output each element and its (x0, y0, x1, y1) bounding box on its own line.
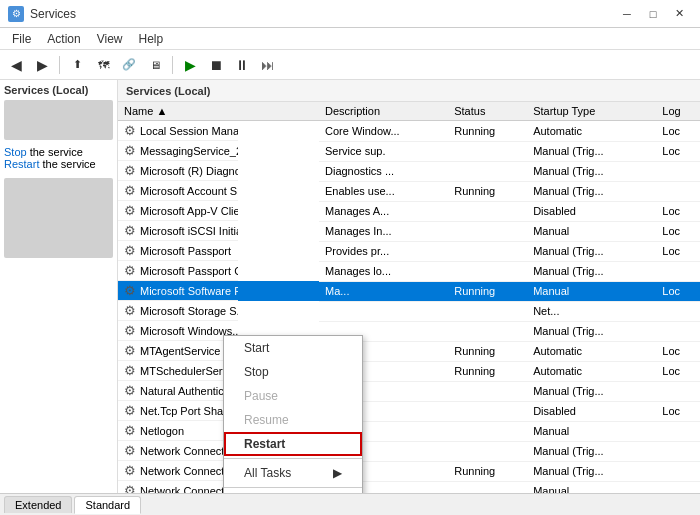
service-icon: ⚙ (124, 203, 136, 218)
context-menu-item-restart[interactable]: Restart (224, 432, 362, 456)
service-name-text: Microsoft App-V Client (140, 205, 238, 217)
service-icon: ⚙ (124, 483, 136, 493)
cell-status (448, 241, 527, 261)
table-row[interactable]: ⚙ MTSchedulerService Running Automatic L… (118, 361, 700, 381)
service-name-text: Local Session Manager (140, 125, 238, 137)
table-row[interactable]: ⚙ MessagingService_2e331 Service sup. Ma… (118, 141, 700, 161)
table-row[interactable]: ⚙ Microsoft App-V Client Manages A... Di… (118, 201, 700, 221)
context-menu-item-all-tasks[interactable]: All Tasks▶ (224, 461, 362, 485)
cell-desc: Manages lo... (319, 261, 448, 281)
cell-startup: Manual (Trig... (527, 241, 656, 261)
service-name-text: Microsoft Account Sign-in ... (140, 185, 238, 197)
cell-startup: Manual (527, 481, 656, 493)
close-button[interactable]: ✕ (666, 4, 692, 24)
table-row[interactable]: ⚙ Local Session Manager Core Window... R… (118, 121, 700, 142)
service-icon: ⚙ (124, 143, 136, 158)
service-name-text: Microsoft iSCSI Initiator Ser... (140, 225, 238, 237)
cell-desc: Provides pr... (319, 241, 448, 261)
tab-standard[interactable]: Standard (74, 496, 141, 514)
restart-service-link[interactable]: Restart (4, 158, 39, 170)
cell-status (448, 441, 527, 461)
table-row[interactable]: ⚙ Natural Authentica... Manual (Trig... (118, 381, 700, 401)
table-row[interactable]: ⚙ Microsoft Account Sign-in ... Enables … (118, 181, 700, 201)
service-name-text: MTAgentService (140, 345, 221, 357)
services-table-container[interactable]: Name ▲ Description Status Startup Type L… (118, 102, 700, 493)
col-name[interactable]: Name ▲ (118, 102, 319, 121)
table-row[interactable]: ⚙ Microsoft Passport Container Manages l… (118, 261, 700, 281)
cell-name: ⚙ Microsoft iSCSI Initiator Ser... (118, 221, 238, 241)
cell-log (656, 301, 700, 321)
context-menu-item-stop[interactable]: Stop (224, 360, 362, 384)
table-row[interactable]: ⚙ Microsoft (R) Diagnostics H... Diagnos… (118, 161, 700, 181)
minimize-button[interactable]: ─ (614, 4, 640, 24)
table-row[interactable]: ⚙ Microsoft Windows... Manual (Trig... (118, 321, 700, 341)
cell-startup: Disabled (527, 401, 656, 421)
cell-log: Loc (656, 281, 700, 301)
col-status[interactable]: Status (448, 102, 527, 121)
stop-action-line: Stop the service (4, 146, 113, 158)
table-row[interactable]: ⚙ Netlogon Manual (118, 421, 700, 441)
cell-log (656, 461, 700, 481)
cell-name: ⚙ Network Connecte... (118, 441, 238, 461)
col-startup[interactable]: Startup Type (527, 102, 656, 121)
table-row[interactable]: ⚙ Network Connecte... Manual (Trig... (118, 441, 700, 461)
main-content: Services (Local) Stop the service Restar… (0, 80, 700, 493)
service-icon: ⚙ (124, 423, 136, 438)
app-icon: ⚙ (8, 6, 24, 22)
cell-status (448, 141, 527, 161)
table-row[interactable]: ⚙ Network Connectio... Running Manual (T… (118, 461, 700, 481)
service-name-text: Netlogon (140, 425, 184, 437)
table-row[interactable]: ⚙ Microsoft Passport Provides pr... Manu… (118, 241, 700, 261)
context-menu: StartStopPauseResumeRestartAll Tasks▶Ref… (223, 335, 363, 493)
service-name-text: Microsoft (R) Diagnostics H... (140, 165, 238, 177)
menu-help[interactable]: Help (131, 30, 172, 48)
cell-log (656, 181, 700, 201)
toolbar-pause[interactable]: ⏸ (230, 54, 254, 76)
cell-desc: Service sup. (319, 141, 448, 161)
stop-service-link[interactable]: Stop (4, 146, 27, 158)
cell-name: ⚙ Microsoft Storage S... (118, 301, 238, 321)
table-row[interactable]: ⚙ Microsoft iSCSI Initiator Ser... Manag… (118, 221, 700, 241)
menu-view[interactable]: View (89, 30, 131, 48)
context-menu-item-refresh[interactable]: Refresh (224, 490, 362, 493)
cell-status: Running (448, 121, 527, 142)
table-row[interactable]: ⚙ Microsoft Storage S... Net... (118, 301, 700, 321)
context-menu-item-start[interactable]: Start (224, 336, 362, 360)
maximize-button[interactable]: □ (640, 4, 666, 24)
cell-log: Loc (656, 201, 700, 221)
cell-startup: Manual (Trig... (527, 321, 656, 341)
menu-file[interactable]: File (4, 30, 39, 48)
tab-extended[interactable]: Extended (4, 496, 72, 513)
left-panel-image-top (4, 100, 113, 140)
service-name-text: Microsoft Software P... (140, 285, 238, 297)
toolbar-up[interactable]: ⬆ (65, 54, 89, 76)
toolbar-forward[interactable]: ▶ (30, 54, 54, 76)
toolbar-map[interactable]: 🗺 (91, 54, 115, 76)
col-log[interactable]: Log (656, 102, 700, 121)
stop-action-suffix: the service (27, 146, 83, 158)
cell-log: Loc (656, 401, 700, 421)
toolbar-connect[interactable]: 🔗 (117, 54, 141, 76)
toolbar-start[interactable]: ▶ (178, 54, 202, 76)
table-row[interactable]: ⚙ MTAgentService Running Automatic Loc (118, 341, 700, 361)
table-row[interactable]: ⚙ Network Connectio... Manual (118, 481, 700, 493)
table-row[interactable]: ⚙ Microsoft Software P... Ma... Running … (118, 281, 700, 301)
menu-action[interactable]: Action (39, 30, 88, 48)
cell-status: Running (448, 461, 527, 481)
service-icon: ⚙ (124, 163, 136, 178)
right-panel: Services (Local) Name ▲ Description Stat… (118, 80, 700, 493)
table-row[interactable]: ⚙ Net.Tcp Port Sharin... Disabled Loc (118, 401, 700, 421)
col-description[interactable]: Description (319, 102, 448, 121)
window-controls: ─ □ ✕ (614, 4, 692, 24)
table-header-row: Name ▲ Description Status Startup Type L… (118, 102, 700, 121)
toolbar-restart[interactable]: ⏭ (256, 54, 280, 76)
toolbar-display[interactable]: 🖥 (143, 54, 167, 76)
cell-desc: Manages A... (319, 201, 448, 221)
toolbar-stop[interactable]: ⏹ (204, 54, 228, 76)
cell-desc: Diagnostics ... (319, 161, 448, 181)
toolbar-back[interactable]: ◀ (4, 54, 28, 76)
services-tbody: ⚙ Local Session Manager Core Window... R… (118, 121, 700, 494)
cell-desc: Ma... (319, 281, 448, 301)
restart-action-line: Restart the service (4, 158, 113, 170)
services-table: Name ▲ Description Status Startup Type L… (118, 102, 700, 493)
